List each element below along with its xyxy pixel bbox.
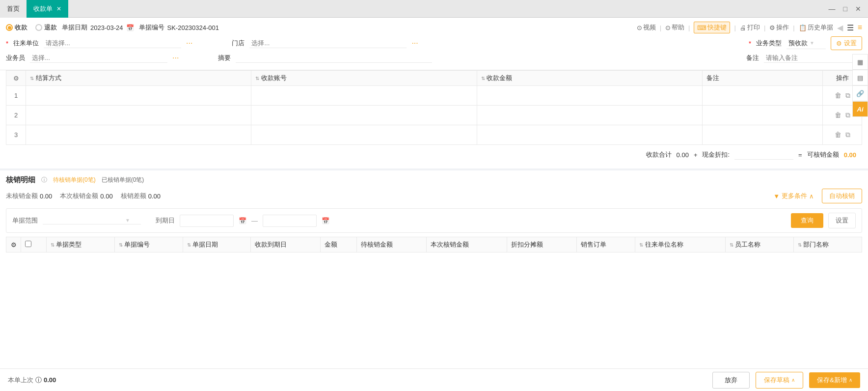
bill-no-value[interactable]: SK-20230324-001 <box>167 24 219 31</box>
nav-prev[interactable]: ◀ <box>837 23 843 32</box>
nav-menu[interactable]: ☰ <box>847 23 854 32</box>
row-1-delete-btn[interactable]: 🗑 <box>835 91 841 100</box>
gear-lower-icon[interactable]: ⚙ <box>11 241 17 249</box>
col-note: 备注 <box>702 71 822 86</box>
tab-home[interactable]: 首页 <box>0 0 27 18</box>
toolbar-ops-label: 操作 <box>776 23 789 32</box>
verify-info-icon[interactable]: ⓘ <box>41 176 47 184</box>
row-3-amount[interactable] <box>477 125 702 145</box>
col-bill-type: ⇅ 单据类型 <box>46 237 114 252</box>
row-3-settle[interactable] <box>26 125 251 145</box>
window-minimize[interactable]: — <box>827 4 838 14</box>
row-1-note[interactable] <box>702 86 822 106</box>
query-button[interactable]: 查询 <box>791 213 823 228</box>
filter-icon: ▼ <box>773 193 780 200</box>
tab-receipt[interactable]: 收款单 ✕ <box>27 0 68 18</box>
store-more-btn[interactable]: ··· <box>411 39 418 48</box>
staff-input[interactable] <box>30 53 167 63</box>
date-to-input[interactable]: 2022-04-12 <box>263 215 317 227</box>
right-panel-btn-ai[interactable]: Ai <box>852 101 868 117</box>
save-new-label: 保存&新增 <box>817 376 847 385</box>
save-draft-button[interactable]: 保存草稿 ∧ <box>756 372 803 389</box>
toolbar-print[interactable]: 🖨 打印 <box>740 23 760 32</box>
store-input[interactable] <box>249 38 407 48</box>
row-2-delete-btn[interactable]: 🗑 <box>835 111 841 119</box>
cal-to-icon[interactable]: 📅 <box>322 217 329 224</box>
date-from-input[interactable]: 2022-04-01 <box>180 215 234 227</box>
right-panel-btn-1[interactable]: ▦ <box>852 54 868 70</box>
staff-more-btn[interactable]: ··· <box>172 54 179 62</box>
more-conditions-btn[interactable]: ▼ 更多条件 ∧ <box>773 192 814 200</box>
remark-label: 备注 <box>746 54 759 62</box>
row-2-settle[interactable] <box>26 106 251 125</box>
receipt-table: ⚙ ⇅ 结算方式 ⇅ 收款账号 ⇅ 收款金额 备注 <box>6 70 862 145</box>
discount-label: 现金折扣: <box>702 150 730 159</box>
toolbar-history[interactable]: 📋 历史单据 <box>799 23 833 32</box>
partner-required: * <box>6 40 8 47</box>
tab-receipt-close[interactable]: ✕ <box>56 5 61 12</box>
col-pending-amount: 待核销金额 <box>357 237 427 252</box>
verify-tab-pending[interactable]: 待核销单据(0笔) <box>53 176 96 184</box>
table-row: 2 🗑 ⧉ <box>6 106 862 125</box>
col-dept-name: ⇅ 部门名称 <box>793 237 862 252</box>
save-new-button[interactable]: 保存&新增 ∧ <box>809 372 860 388</box>
bottom-info-icon[interactable]: ⓘ <box>35 376 42 385</box>
discount-input[interactable] <box>734 150 793 160</box>
row-2-seq: 2 <box>6 106 26 125</box>
row-3-note[interactable] <box>702 125 822 145</box>
col-gear[interactable]: ⚙ <box>6 71 26 86</box>
summary-input[interactable] <box>236 53 432 63</box>
row-1-copy-btn[interactable]: ⧉ <box>845 91 850 100</box>
form-header: 收款 退款 单据日期 2023-03-24 📅 单据编号 SK-20230324… <box>0 18 868 70</box>
toolbar-video[interactable]: ⊙ 视频 <box>637 23 656 32</box>
row-1-settle[interactable] <box>26 86 251 106</box>
right-icon-1: ▦ <box>857 58 863 66</box>
form-row-2: * 往来单位 ··· 门店 ··· * 业务类型 预收款 ▼ ⚙ 设置 <box>6 36 862 50</box>
row-3-delete-btn[interactable]: 🗑 <box>835 131 841 139</box>
row-2-amount[interactable] <box>477 106 702 125</box>
calendar-icon[interactable]: 📅 <box>126 24 134 31</box>
bill-date-value[interactable]: 2023-03-24 <box>90 24 123 31</box>
row-1-account[interactable] <box>251 86 477 106</box>
sort-icon-bill-type: ⇅ <box>51 242 54 248</box>
select-all-checkbox[interactable] <box>25 241 31 247</box>
right-panel-btn-2[interactable]: ▤ <box>852 70 868 85</box>
row-2-note[interactable] <box>702 106 822 125</box>
gear-icon[interactable]: ⚙ <box>13 75 19 82</box>
row-2-copy-btn[interactable]: ⧉ <box>845 111 850 119</box>
sep1: | <box>660 24 661 31</box>
col-checkbox[interactable]: ⚙ <box>6 237 21 252</box>
biz-type-dropdown[interactable]: 预收款 ▼ <box>787 38 826 49</box>
window-maximize[interactable]: □ <box>841 4 849 14</box>
toolbar-help[interactable]: ⊙ 帮助 <box>665 23 684 32</box>
window-close[interactable]: ✕ <box>853 4 863 14</box>
ops-icon: ⚙ <box>769 24 775 31</box>
settings-button[interactable]: ⚙ 设置 <box>831 36 862 50</box>
verify-tab-done[interactable]: 已核销单据(0笔) <box>102 176 144 184</box>
form-row-1: 收款 退款 单据日期 2023-03-24 📅 单据编号 SK-20230324… <box>6 22 862 33</box>
row-3-copy-btn[interactable]: ⧉ <box>845 131 850 139</box>
auto-verify-button[interactable]: 自动核销 <box>822 189 862 203</box>
cal-from-icon[interactable]: 📅 <box>239 217 246 224</box>
bottom-info: 本单上次 ⓘ 0.00 <box>8 376 56 385</box>
table-setting-button[interactable]: 设置 <box>828 213 856 228</box>
partner-input[interactable] <box>44 38 181 48</box>
col-checkbox-check[interactable] <box>21 237 47 252</box>
ai-icon: Ai <box>857 106 864 113</box>
range-dropdown[interactable]: ▼ <box>43 217 141 224</box>
col-bill-date: ⇅ 单据日期 <box>183 237 251 252</box>
row-2-account[interactable] <box>251 106 477 125</box>
net-value: 0.00 <box>844 151 856 159</box>
discard-button[interactable]: 放弃 <box>712 372 750 389</box>
partner-more-btn[interactable]: ··· <box>186 39 192 48</box>
row-3-account[interactable] <box>251 125 477 145</box>
toolbar-video-label: 视频 <box>643 23 656 32</box>
radio-refund[interactable]: 退款 <box>35 23 57 32</box>
right-panel-btn-3[interactable]: 🔗 <box>852 85 868 101</box>
radio-receive[interactable]: 收款 <box>6 23 27 32</box>
toolbar-ops[interactable]: ⚙ 操作 <box>769 23 789 32</box>
toolbar-shortcut[interactable]: ⌨ 快捷键 <box>694 22 730 33</box>
row-1-amount[interactable] <box>477 86 702 106</box>
remark-input[interactable] <box>764 53 862 63</box>
nav-orange-icon[interactable]: ≡ <box>858 23 862 32</box>
